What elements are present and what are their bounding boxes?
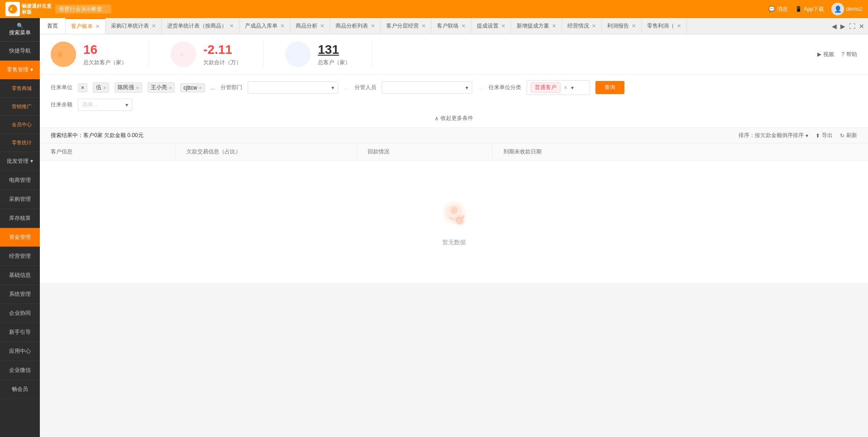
video-icon: ▶ xyxy=(817,51,821,57)
remaining-select[interactable]: 选择... ▾ xyxy=(78,99,132,111)
sidebar-item-retail-mgmt[interactable]: 零售管理 ▾ xyxy=(0,61,40,80)
filter-tag-unit-x: × xyxy=(78,83,87,92)
tab-prev-button[interactable]: ◀ xyxy=(832,23,837,30)
tenant-select[interactable]: 母婴行业演示帐套 xyxy=(55,5,111,14)
refresh-button[interactable]: ↻ 刷新 xyxy=(840,132,857,139)
tab-home[interactable]: 首页 xyxy=(40,18,66,34)
chevron-down-icon: ▾ xyxy=(30,66,33,73)
sidebar-item-finance[interactable]: 资金管理 xyxy=(0,228,40,247)
tab-close-all-button[interactable]: ✕ xyxy=(859,23,864,30)
video-button[interactable]: ▶ 视频 xyxy=(817,51,834,58)
branch-dept-select[interactable]: ▾ xyxy=(248,81,338,94)
tab-new-raise[interactable]: 新增提成方案 ✕ xyxy=(511,18,562,34)
filter-tag-cjttcw: cjttcw × xyxy=(180,83,205,92)
app-download-button[interactable]: 📱 App下载 xyxy=(795,5,824,13)
tab-close-production[interactable]: ✕ xyxy=(280,23,284,29)
sort-select[interactable]: 排序：按欠款金额倒序排序 ▾ xyxy=(739,132,808,139)
th-debt-info: 欠款交易信息（占比） xyxy=(176,143,357,160)
sidebar-item-marketing[interactable]: 营销推广 xyxy=(0,98,40,116)
empty-state: 暂无数据 xyxy=(40,161,868,283)
stat-value-clients: 131 xyxy=(318,43,350,57)
export-button[interactable]: ⬆ 导出 xyxy=(815,132,833,139)
stat-total-customers: ¥ 16 总欠款客户（家） xyxy=(51,42,149,67)
collapse-button[interactable]: ∧ 收起更多条件 xyxy=(435,114,473,122)
remove-tag-cjttcw[interactable]: × xyxy=(199,85,201,90)
tab-purchase-order[interactable]: 采购订单统计表 ✕ xyxy=(106,18,162,34)
tab-close-operation[interactable]: ✕ xyxy=(592,23,596,29)
sidebar-item-member[interactable]: 畅会员 xyxy=(0,380,40,399)
sidebar-item-inventory[interactable]: 库存核算 xyxy=(0,209,40,228)
sidebar-item-basic-info[interactable]: 基础信息 xyxy=(0,266,40,285)
sidebar-item-purchase[interactable]: 采购管理 xyxy=(0,190,40,209)
branch-dept-more[interactable]: … xyxy=(344,85,349,91)
tab-operation[interactable]: 经营情况 ✕ xyxy=(562,18,602,34)
filter-tag-wang: 王小亮 × xyxy=(148,82,175,93)
tab-close-new-raise[interactable]: ✕ xyxy=(552,23,556,29)
tab-goods-analysis[interactable]: 商品分析 ✕ xyxy=(290,18,330,34)
remove-tag-chen[interactable]: × xyxy=(136,85,139,90)
sidebar-item-enterprise-wechat[interactable]: 企业微信 xyxy=(0,361,40,380)
sort-label: 排序：按欠款金额倒序排序 xyxy=(739,132,804,139)
stat-icon-debt: ✦ xyxy=(171,42,196,67)
filter-more-tags[interactable]: ... xyxy=(211,85,215,91)
svg-text:¥: ¥ xyxy=(10,7,13,12)
expand-remaining-icon: ▾ xyxy=(125,102,128,108)
tab-retail-profit[interactable]: 零售利润（ ✕ xyxy=(642,18,687,34)
tab-close-purchase-goods[interactable]: ✕ xyxy=(230,23,234,29)
tab-close-customer-account[interactable]: ✕ xyxy=(96,24,100,29)
chevron-icon: ▾ xyxy=(30,158,33,164)
query-button[interactable]: 查询 xyxy=(595,81,624,94)
sidebar: 🔍 搜索菜单 快捷导航 零售管理 ▾ 零售商城 营销推广 会员中心 零售统计 xyxy=(0,18,40,437)
tab-next-button[interactable]: ▶ xyxy=(840,23,845,30)
message-button[interactable]: 💬 消息 xyxy=(768,5,788,13)
sidebar-item-enterprise[interactable]: 企业协同 xyxy=(0,304,40,323)
sidebar-item-app-center[interactable]: 应用中心 xyxy=(0,342,40,361)
stat-debt-total: ✦ -2.11 欠款合计（万） xyxy=(171,42,264,67)
tab-profit-report[interactable]: 利润报告 ✕ xyxy=(602,18,642,34)
branch-person-more[interactable]: … xyxy=(478,85,483,91)
tab-customer-contact[interactable]: 客户联络 ✕ xyxy=(432,18,471,34)
tab-raise-settings[interactable]: 提成设置 ✕ xyxy=(471,18,511,34)
tab-customer-account[interactable]: 客户账本 ✕ xyxy=(66,18,106,34)
tab-close-customer-segment[interactable]: ✕ xyxy=(422,23,426,29)
stat-value-customers: 16 xyxy=(83,43,127,57)
tab-close-purchase-order[interactable]: ✕ xyxy=(152,23,156,29)
remove-tag-wu[interactable]: × xyxy=(103,85,106,90)
table-header: 客户信息 欠款交易信息（占比） 回款情况 到期未收款日期 xyxy=(40,143,868,161)
tab-close-profit-report[interactable]: ✕ xyxy=(632,23,636,29)
tab-customer-segment[interactable]: 客户分层经营 ✕ xyxy=(381,18,432,34)
tab-close-goods-analysis-list[interactable]: ✕ xyxy=(371,23,375,29)
sidebar-item-ecommerce[interactable]: 电商管理 xyxy=(0,171,40,190)
sidebar-item-batch-mgmt[interactable]: 批发管理 ▾ xyxy=(0,152,40,171)
sidebar-item-member-center[interactable]: 会员中心 xyxy=(0,116,40,134)
branch-person-select[interactable]: ▾ xyxy=(382,81,472,94)
tab-goods-analysis-list[interactable]: 商品分析列表 ✕ xyxy=(330,18,381,34)
sidebar-item-new-guide[interactable]: 新手引导 xyxy=(0,323,40,342)
expand-dept-icon: ▾ xyxy=(331,85,334,91)
sidebar-item-retail-stats[interactable]: 零售统计 xyxy=(0,134,40,152)
svg-point-0 xyxy=(8,5,17,14)
svg-point-2 xyxy=(51,42,76,67)
help-button[interactable]: ? 帮助 xyxy=(841,51,857,58)
tab-expand-button[interactable]: ⛶ xyxy=(849,23,855,30)
remove-tag-wang[interactable]: × xyxy=(169,85,172,90)
sidebar-item-system[interactable]: 系统管理 xyxy=(0,285,40,304)
sidebar-item-operation[interactable]: 经营管理 xyxy=(0,247,40,266)
sidebar-item-quick-nav[interactable]: 快捷导航 xyxy=(0,42,40,61)
stats-bar: ¥ 16 总欠款客户（家） ✦ xyxy=(40,34,868,75)
sidebar-item-retail-mall[interactable]: 零售商城 xyxy=(0,80,40,98)
tab-production[interactable]: 产成品入库单 ✕ xyxy=(240,18,290,34)
unit-category-select[interactable]: 普通客户 × ▾ xyxy=(527,80,590,95)
tab-purchase-goods[interactable]: 进货单统计表（按商品） ✕ xyxy=(162,18,240,34)
phone-icon: 📱 xyxy=(795,6,802,12)
tab-close-customer-contact[interactable]: ✕ xyxy=(461,23,465,29)
tab-close-raise-settings[interactable]: ✕ xyxy=(501,23,505,29)
empty-icon xyxy=(436,197,472,233)
unit-category-label: 往来单位分类 xyxy=(489,84,521,91)
stat-total-clients: 131 总客户（家） xyxy=(285,42,373,67)
user-menu[interactable]: 👤 demo2 xyxy=(831,3,863,15)
tab-close-retail-profit[interactable]: ✕ xyxy=(677,23,681,29)
tab-close-goods-analysis[interactable]: ✕ xyxy=(320,23,324,29)
search-menu[interactable]: 🔍 搜索菜单 xyxy=(0,18,40,42)
remove-category[interactable]: × xyxy=(564,85,567,91)
